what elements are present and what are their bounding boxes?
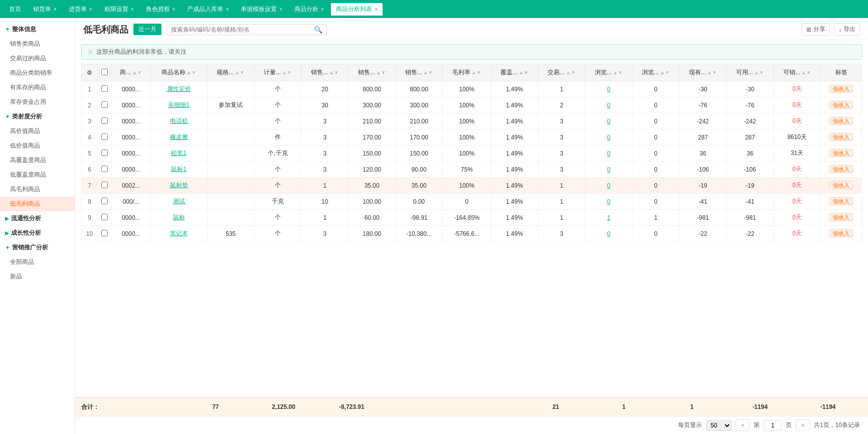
cell-name[interactable]: 橡皮擦 <box>150 129 207 146</box>
sort-icon[interactable]: ▲▼ <box>235 70 245 75</box>
sidebar-item-high-coverage[interactable]: 高覆盖度商品 <box>0 153 75 168</box>
cell-checkbox[interactable] <box>98 97 112 113</box>
sort-icon[interactable]: ▲▼ <box>471 70 481 75</box>
sort-icon[interactable]: ▲▼ <box>518 70 529 75</box>
cell-checkbox[interactable] <box>98 113 112 129</box>
select-all-checkbox[interactable] <box>101 69 108 75</box>
search-icon[interactable]: 🔍 <box>314 26 322 34</box>
cell-browse1[interactable]: 0 <box>585 97 632 113</box>
sidebar-item-all-products[interactable]: 全部商品 <box>0 255 75 269</box>
sidebar-group-growth[interactable]: ▶ 成长性分析 <box>0 226 75 240</box>
cell-name[interactable]: 吴细细1 <box>150 97 207 113</box>
sidebar-group-marketing[interactable]: ▼ 营销推广分析 <box>0 240 75 255</box>
prev-page-button[interactable]: ＜ <box>736 419 750 431</box>
sort-icon[interactable]: ▲▼ <box>132 70 142 75</box>
sidebar-item-new-products[interactable]: 新品 <box>0 269 75 284</box>
row-checkbox[interactable] <box>101 133 108 140</box>
nav-product-entry[interactable]: 产成品入库单 × <box>182 3 234 16</box>
sort-icon[interactable]: ▲▼ <box>707 70 717 75</box>
sidebar-item-category-assist[interactable]: 商品分类助销率 <box>0 66 75 80</box>
sidebar-item-sales-products[interactable]: 销售类商品 <box>0 37 75 51</box>
nav-sales-order[interactable]: 销货单 × <box>28 3 62 16</box>
sort-icon[interactable]: ▲▼ <box>329 70 339 75</box>
cell-checkbox[interactable] <box>98 146 112 162</box>
sidebar-group-rating[interactable]: ▼ 类射度分析 <box>0 109 75 124</box>
page-size-select[interactable]: 50 100 200 <box>706 420 732 431</box>
row-checkbox[interactable] <box>101 214 108 220</box>
th-checkbox[interactable] <box>98 64 112 81</box>
cell-name[interactable]: 鼠标垫 <box>150 178 207 194</box>
cell-name[interactable]: 鼠标 <box>150 210 207 226</box>
sidebar-item-low-margin[interactable]: 低毛利商品 <box>0 197 75 211</box>
current-page-input[interactable] <box>764 420 782 430</box>
sort-icon[interactable]: ▲▼ <box>376 70 386 75</box>
sort-icon[interactable]: ▲▼ <box>801 70 811 75</box>
nav-product-analysis[interactable]: 商品分析 × <box>289 3 329 16</box>
cell-browse1[interactable]: 0 <box>585 162 632 178</box>
cell-name[interactable]: 测试 <box>150 194 207 210</box>
row-checkbox[interactable] <box>101 166 108 172</box>
cell-checkbox[interactable] <box>98 178 112 194</box>
nav-role-auth[interactable]: 角色授权 × <box>141 3 181 16</box>
sort-icon[interactable]: ▲▼ <box>423 70 433 75</box>
cell-name[interactable]: 属性定价 <box>150 81 207 97</box>
row-checkbox[interactable] <box>101 101 108 108</box>
export-button[interactable]: ↓ 导出 <box>834 23 860 36</box>
nav-permissions[interactable]: 权限设置 × <box>99 3 139 16</box>
cell-checkbox[interactable] <box>98 129 112 146</box>
row-checkbox[interactable] <box>101 198 108 204</box>
close-icon[interactable]: × <box>226 7 229 12</box>
sidebar-item-low-value[interactable]: 低价值商品 <box>0 138 75 153</box>
close-icon[interactable]: × <box>172 7 176 12</box>
sidebar-item-high-value[interactable]: 高价值商品 <box>0 124 75 138</box>
row-checkbox[interactable] <box>101 182 108 188</box>
cell-name[interactable]: 鼠标1 <box>150 162 207 178</box>
row-checkbox[interactable] <box>101 85 108 92</box>
row-checkbox[interactable] <box>101 230 108 236</box>
close-icon[interactable]: × <box>131 7 134 12</box>
cell-browse1[interactable]: 0 <box>585 113 632 129</box>
cell-checkbox[interactable] <box>98 81 112 97</box>
cell-browse1[interactable]: 0 <box>585 178 632 194</box>
sidebar-item-low-coverage[interactable]: 低覆盖度商品 <box>0 168 75 182</box>
search-input[interactable] <box>171 26 311 33</box>
next-page-button[interactable]: ＞ <box>796 419 810 431</box>
sort-icon[interactable]: ▲▼ <box>613 70 623 75</box>
close-icon[interactable]: × <box>321 7 324 12</box>
cell-checkbox[interactable] <box>98 210 112 226</box>
cell-name[interactable]: 电话机 <box>150 113 207 129</box>
cell-browse1[interactable]: 0 <box>585 146 632 162</box>
cell-name[interactable]: 铅笔1 <box>150 146 207 162</box>
sidebar-item-high-margin[interactable]: 高毛利商品 <box>0 182 75 197</box>
row-checkbox[interactable] <box>101 117 108 124</box>
close-icon[interactable]: × <box>54 7 57 12</box>
sidebar-item-with-stock[interactable]: 有库存的商品 <box>0 80 75 95</box>
sort-icon[interactable]: ▲▼ <box>282 70 292 75</box>
sidebar-item-stock-capital[interactable]: 库存资金占用 <box>0 95 75 109</box>
nav-product-analysis-list[interactable]: 商品分析列表 × <box>331 3 383 16</box>
cell-browse1[interactable]: 1 <box>585 210 632 226</box>
sidebar-group-overall[interactable]: ▼ 整体信息 <box>0 22 75 37</box>
cell-checkbox[interactable] <box>98 226 112 242</box>
cell-name[interactable]: 笔记本 <box>150 226 207 242</box>
sort-icon[interactable]: ▲▼ <box>754 70 764 75</box>
close-icon[interactable]: × <box>279 7 282 12</box>
sidebar-group-circulation[interactable]: ▶ 流通性分析 <box>0 211 75 226</box>
cell-browse1[interactable]: 0 <box>585 81 632 97</box>
cell-checkbox[interactable] <box>98 162 112 178</box>
sort-icon[interactable]: ▲▼ <box>187 70 197 75</box>
cell-checkbox[interactable] <box>98 194 112 210</box>
share-button[interactable]: ⊞ 分享 <box>802 23 830 36</box>
cell-browse1[interactable]: 0 <box>585 226 632 242</box>
close-icon[interactable]: × <box>89 7 92 12</box>
nav-purchase-order[interactable]: 进货单 × <box>64 3 97 16</box>
cell-browse1[interactable]: 0 <box>585 129 632 146</box>
nav-template-settings[interactable]: 单据模板设置 × <box>236 3 287 16</box>
sidebar-item-traded-products[interactable]: 交易过的商品 <box>0 51 75 66</box>
close-icon[interactable]: × <box>375 7 378 12</box>
row-checkbox[interactable] <box>101 150 108 156</box>
th-settings[interactable]: ⚙ <box>82 64 98 81</box>
sort-icon[interactable]: ▲▼ <box>660 70 670 75</box>
date-filter-button[interactable]: 近一月 <box>133 24 161 35</box>
sort-icon[interactable]: ▲▼ <box>566 70 576 75</box>
